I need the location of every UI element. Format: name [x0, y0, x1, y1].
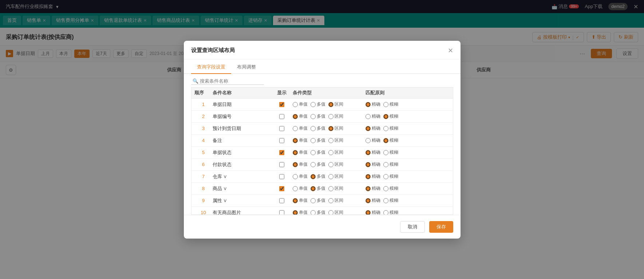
type-single-8[interactable]: 单值: [293, 185, 308, 192]
type-range-6[interactable]: 区间: [328, 161, 343, 168]
type-multi-4[interactable]: 多值: [311, 137, 325, 144]
type-multi-8[interactable]: 多值: [311, 185, 325, 192]
type-multi-9[interactable]: 多值: [311, 197, 325, 204]
radio-exact-8[interactable]: [366, 186, 371, 191]
row-display-7[interactable]: [271, 174, 293, 179]
row-display-6[interactable]: [271, 162, 293, 167]
radio-fuzzy-7[interactable]: [383, 174, 388, 179]
match-exact-7[interactable]: 精确: [366, 173, 380, 180]
type-multi-3[interactable]: 多值: [311, 125, 325, 131]
radio-fuzzy-10[interactable]: [383, 210, 388, 215]
row-display-10[interactable]: [271, 210, 293, 215]
radio-range-10[interactable]: [328, 210, 333, 215]
match-fuzzy-7[interactable]: 模糊: [383, 173, 398, 180]
radio-multi-1[interactable]: [311, 102, 316, 107]
modal-tab-layout[interactable]: 布局调整: [231, 61, 262, 74]
save-button[interactable]: 保存: [429, 221, 453, 233]
radio-range-3[interactable]: [328, 126, 333, 131]
type-multi-5[interactable]: 多值: [311, 149, 325, 156]
radio-exact-7[interactable]: [366, 174, 371, 179]
row-display-2[interactable]: [271, 114, 293, 119]
type-multi-6[interactable]: 多值: [311, 161, 325, 168]
radio-range-6[interactable]: [328, 162, 333, 167]
radio-exact-10[interactable]: [366, 210, 371, 215]
radio-single-1[interactable]: [293, 102, 298, 107]
type-range-8[interactable]: 区间: [328, 185, 343, 192]
type-range-10[interactable]: 区间: [328, 209, 343, 215]
match-fuzzy-9[interactable]: 模糊: [383, 197, 398, 204]
radio-range-7[interactable]: [328, 174, 333, 179]
match-exact-3[interactable]: 精确: [366, 125, 380, 131]
radio-fuzzy-8[interactable]: [383, 186, 388, 191]
match-fuzzy-2[interactable]: 模糊: [383, 113, 398, 119]
search-input[interactable]: [200, 78, 258, 84]
match-fuzzy-8[interactable]: 模糊: [383, 185, 398, 192]
type-single-1[interactable]: 单值: [293, 101, 308, 107]
radio-multi-5[interactable]: [311, 150, 316, 155]
match-exact-8[interactable]: 精确: [366, 185, 380, 192]
type-range-4[interactable]: 区间: [328, 137, 343, 144]
radio-fuzzy-2[interactable]: [383, 114, 388, 119]
display-checkbox-1[interactable]: [279, 102, 284, 107]
display-checkbox-2[interactable]: [279, 114, 284, 119]
radio-single-5[interactable]: [293, 150, 298, 155]
cancel-button[interactable]: 取消: [400, 221, 425, 233]
radio-multi-8[interactable]: [311, 186, 316, 191]
radio-single-9[interactable]: [293, 198, 298, 203]
type-multi-10[interactable]: 多值: [311, 209, 325, 215]
radio-fuzzy-4[interactable]: [383, 138, 388, 143]
radio-range-4[interactable]: [328, 138, 333, 143]
match-exact-1[interactable]: 精确: [366, 101, 380, 107]
match-exact-9[interactable]: 精确: [366, 197, 380, 204]
row-display-8[interactable]: [271, 186, 293, 191]
type-range-5[interactable]: 区间: [328, 149, 343, 156]
radio-exact-1[interactable]: [366, 102, 371, 107]
radio-fuzzy-9[interactable]: [383, 198, 388, 203]
display-checkbox-5[interactable]: [279, 150, 284, 155]
radio-exact-2[interactable]: [366, 114, 371, 119]
radio-exact-3[interactable]: [366, 126, 371, 131]
radio-multi-6[interactable]: [311, 162, 316, 167]
radio-multi-2[interactable]: [311, 114, 316, 119]
radio-single-2[interactable]: [293, 114, 298, 119]
type-multi-1[interactable]: 多值: [311, 101, 325, 107]
type-single-7[interactable]: 单值: [293, 173, 308, 180]
type-multi-7[interactable]: 多值: [311, 173, 325, 180]
radio-exact-5[interactable]: [366, 150, 371, 155]
radio-exact-4[interactable]: [366, 138, 371, 143]
radio-fuzzy-5[interactable]: [383, 150, 388, 155]
type-range-1[interactable]: 区间: [328, 101, 343, 107]
radio-single-3[interactable]: [293, 126, 298, 131]
match-exact-10[interactable]: 精确: [366, 209, 380, 215]
match-exact-5[interactable]: 精确: [366, 149, 380, 156]
type-single-5[interactable]: 单值: [293, 149, 308, 156]
display-checkbox-7[interactable]: [279, 174, 284, 179]
radio-exact-9[interactable]: [366, 198, 371, 203]
type-single-10[interactable]: 单值: [293, 209, 308, 215]
type-single-6[interactable]: 单值: [293, 161, 308, 168]
row-display-9[interactable]: [271, 198, 293, 203]
radio-multi-7[interactable]: [311, 174, 316, 179]
radio-range-2[interactable]: [328, 114, 333, 119]
type-single-4[interactable]: 单值: [293, 137, 308, 144]
radio-range-8[interactable]: [328, 186, 333, 191]
radio-single-4[interactable]: [293, 138, 298, 143]
type-single-3[interactable]: 单值: [293, 125, 308, 131]
display-checkbox-10[interactable]: [279, 210, 284, 215]
radio-multi-9[interactable]: [311, 198, 316, 203]
radio-single-7[interactable]: [293, 174, 298, 179]
radio-range-9[interactable]: [328, 198, 333, 203]
type-multi-2[interactable]: 多值: [311, 113, 325, 119]
display-checkbox-3[interactable]: [279, 126, 284, 131]
display-checkbox-4[interactable]: [279, 138, 284, 143]
row-display-3[interactable]: [271, 126, 293, 131]
row-display-4[interactable]: [271, 138, 293, 143]
match-fuzzy-5[interactable]: 模糊: [383, 149, 398, 156]
type-range-9[interactable]: 区间: [328, 197, 343, 204]
type-range-7[interactable]: 区间: [328, 173, 343, 180]
type-single-9[interactable]: 单值: [293, 197, 308, 204]
match-fuzzy-1[interactable]: 模糊: [383, 101, 398, 107]
radio-multi-4[interactable]: [311, 138, 316, 143]
type-single-2[interactable]: 单值: [293, 113, 308, 119]
radio-range-5[interactable]: [328, 150, 333, 155]
